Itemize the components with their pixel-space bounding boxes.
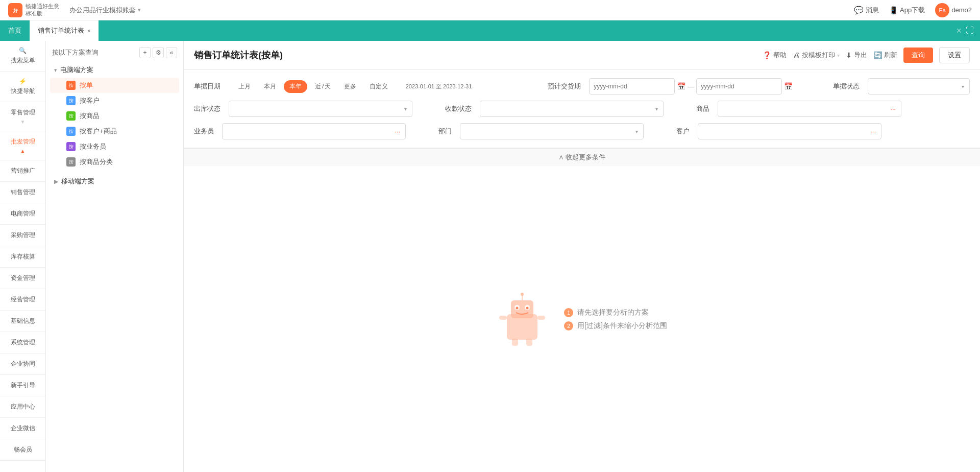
collapse-panel-btn[interactable]: « <box>166 47 177 58</box>
sidebar-item-appcenter[interactable]: 应用中心 <box>0 396 45 418</box>
expected-delivery-label: 预计交货期 <box>548 82 581 91</box>
filter-row-1: 单据日期 上月 本月 本年 近7天 更多 自定义 2023-01-01 至 20… <box>194 78 970 95</box>
sidebar-item-newuser[interactable]: 新手引导 <box>0 375 45 396</box>
tree-child-按客户商品[interactable]: 按 按客户+商品 <box>50 124 179 139</box>
payment-status-label: 收款状态 <box>445 104 472 113</box>
date-pill-lastmonth[interactable]: 上月 <box>233 80 256 93</box>
tree-pc-parent[interactable]: ▾ 电脑端方案 <box>50 62 179 78</box>
dept-dropdown-icon: ▾ <box>635 129 638 134</box>
delivery-end-input[interactable] <box>696 78 782 95</box>
left-panel-actions: + ⚙ « <box>139 47 177 58</box>
app-download-btn[interactable]: 📱 App下载 <box>889 6 925 15</box>
order-status-label: 单据状态 <box>833 82 860 91</box>
sidebar-item-corpwx[interactable]: 企业微信 <box>0 418 45 439</box>
empty-tip-2: 2 用[过滤]条件来缩小分析范围 <box>564 321 667 331</box>
goods-ellipsis[interactable]: ··· <box>890 105 896 113</box>
order-status-select[interactable]: ▾ <box>868 78 970 95</box>
refresh-btn[interactable]: 🔄 刷新 <box>873 51 897 60</box>
collapse-conditions-btn[interactable]: ∧ 收起更多条件 <box>184 148 980 166</box>
add-icon: + <box>143 49 146 56</box>
customer-ellipsis[interactable]: ··· <box>870 128 876 135</box>
calendar-start-icon[interactable]: 📅 <box>677 82 685 90</box>
collapse-icon: « <box>170 49 174 56</box>
header-right: 💬 消息 📱 App下载 Ea demo2 <box>854 3 972 17</box>
sidebar-item-basic[interactable]: 基础信息 <box>0 311 45 332</box>
svg-rect-12 <box>512 339 518 346</box>
tip-num-1: 1 <box>564 308 573 317</box>
sidebar-item-operations[interactable]: 经营管理 <box>0 289 45 311</box>
sidebar-item-finance[interactable]: 资金管理 <box>0 268 45 289</box>
tree-child-按商品分类[interactable]: 按 按商品分类 <box>50 154 179 170</box>
date-pill-custom[interactable]: 自定义 <box>364 80 394 93</box>
message-btn[interactable]: 💬 消息 <box>854 6 879 15</box>
tip-num-2: 2 <box>564 321 573 331</box>
sidebar-item-ecommerce[interactable]: 电商管理 <box>0 203 45 225</box>
svg-text:好: 好 <box>13 8 18 13</box>
sidebar-item-wholesale[interactable]: 批发管理 ▲ <box>0 131 45 160</box>
sidebar-item-retail[interactable]: 零售管理 ▼ <box>0 102 45 131</box>
print-arrow-icon: ▾ <box>837 53 840 58</box>
sales-rep-ellipsis[interactable]: ··· <box>395 128 400 135</box>
tab-home[interactable]: 首页 <box>0 20 30 41</box>
goods-select[interactable]: ··· <box>718 101 901 117</box>
date-range-text: 2023-01-01 至 2023-12-31 <box>406 83 472 90</box>
logo-svg: 好 <box>10 5 20 15</box>
sidebar-quick-nav[interactable]: ⚡ 快捷导航 <box>0 72 45 102</box>
tree-mobile-parent[interactable]: ▶ 移动端方案 <box>50 174 179 189</box>
filter-row-2: 出库状态 ▾ 收款状态 ▾ 商品 ··· <box>194 101 970 117</box>
sidebar-search[interactable]: 🔍 搜索菜单 <box>0 41 45 72</box>
content-area: 按以下方案查询 + ⚙ « ▾ 电脑端方案 <box>46 41 980 472</box>
window-maximize-btn[interactable]: ⛶ <box>966 26 974 35</box>
window-close-btn[interactable]: × <box>956 26 962 36</box>
user-avatar-area[interactable]: Ea demo2 <box>935 3 972 17</box>
delivery-status-select[interactable]: ▾ <box>229 101 412 117</box>
sidebar-item-member[interactable]: 畅会员 <box>0 439 45 461</box>
sidebar-item-system[interactable]: 系统管理 <box>0 332 45 353</box>
tree-child-按单[interactable]: 按 按单 <box>50 78 179 93</box>
date-pill-more[interactable]: 更多 <box>338 80 362 93</box>
svg-point-9 <box>521 293 524 296</box>
date-label: 单据日期 <box>194 82 220 91</box>
date-pill-thisyear[interactable]: 本年 <box>284 80 307 93</box>
tab-bar: 首页 销售订单统计表 × × ⛶ <box>0 20 980 41</box>
sidebar-item-enterprise[interactable]: 企业协同 <box>0 353 45 375</box>
chevron-icon: ▼ <box>20 119 26 125</box>
sales-rep-select[interactable]: ··· <box>222 123 406 139</box>
date-pill-group: 上月 本月 本年 近7天 更多 自定义 <box>233 80 394 93</box>
add-scheme-btn[interactable]: + <box>139 47 151 58</box>
sidebar-item-inventory[interactable]: 库存核算 <box>0 246 45 268</box>
settings-scheme-btn[interactable]: ⚙ <box>153 47 164 58</box>
page-title-bar: 销售订单统计表(按单) ❓ 帮助 🖨 按模板打印 ▾ ⬇ <box>184 41 980 70</box>
goods-label: 商品 <box>696 104 709 113</box>
calendar-end-icon[interactable]: 📅 <box>784 82 793 90</box>
template-print-btn[interactable]: 🖨 按模板打印 ▾ <box>793 51 840 60</box>
gear-icon: ⚙ <box>156 49 161 56</box>
tree-child-按商品[interactable]: 按 按商品 <box>50 108 179 124</box>
sidebar-item-marketing[interactable]: 营销推广 <box>0 160 45 182</box>
query-button[interactable]: 查询 <box>903 48 933 63</box>
right-content: 销售订单统计表(按单) ❓ 帮助 🖨 按模板打印 ▾ ⬇ <box>184 41 980 472</box>
empty-tip-1: 1 请先选择要分析的方案 <box>564 308 667 317</box>
delivery-start-input[interactable] <box>589 78 675 95</box>
tab-active[interactable]: 销售订单统计表 × <box>30 20 99 41</box>
payment-status-select[interactable]: ▾ <box>480 101 664 117</box>
tree-child-按业务员[interactable]: 按 按业务员 <box>50 139 179 154</box>
customer-select[interactable]: ··· <box>698 123 881 139</box>
settings-button[interactable]: 设置 <box>939 47 970 63</box>
tree-child-按客户[interactable]: 按 按客户 <box>50 93 179 108</box>
date-pill-thismonth[interactable]: 本月 <box>258 80 282 93</box>
sidebar-item-purchase[interactable]: 采购管理 <box>0 225 45 246</box>
breadcrumb[interactable]: 办公用品行业模拟账套 ▾ <box>69 6 141 15</box>
scheme-icon-按客户: 按 <box>66 96 76 105</box>
tab-close-icon[interactable]: × <box>87 28 90 34</box>
chevron-right-icon: ▶ <box>54 178 58 185</box>
sidebar-item-sales[interactable]: 销售管理 <box>0 182 45 203</box>
top-header: 好 畅捷通好生意 标准版 办公用品行业模拟账套 ▾ 💬 消息 📱 App下载 E… <box>0 0 980 20</box>
department-select[interactable]: ▾ <box>460 123 644 139</box>
help-btn[interactable]: ❓ 帮助 <box>763 51 787 60</box>
tree-pc-section: ▾ 电脑端方案 按 按单 按 按客户 按 按商品 按 按客 <box>46 62 183 170</box>
export-btn[interactable]: ⬇ 导出 <box>846 51 867 60</box>
svg-point-7 <box>526 306 529 309</box>
chevron-down-icon: ▾ <box>54 67 57 74</box>
date-pill-last7[interactable]: 近7天 <box>309 80 336 93</box>
